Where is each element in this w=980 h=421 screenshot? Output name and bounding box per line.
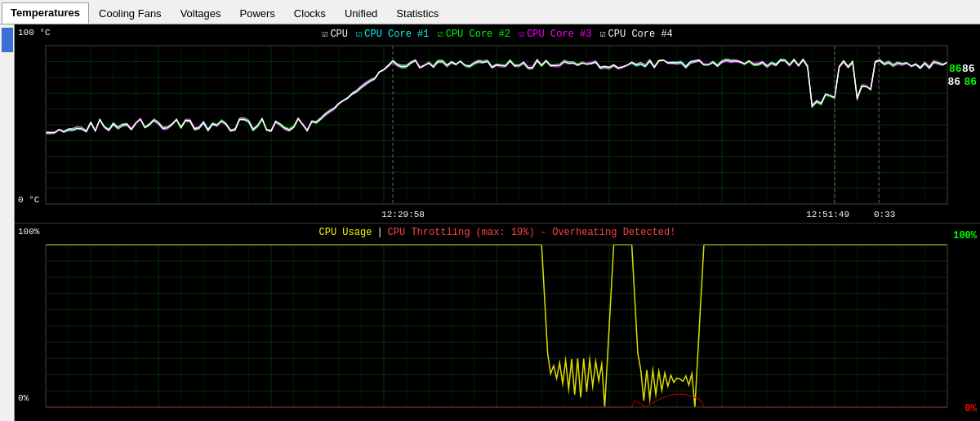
- temp-y-bottom: 0 °C: [18, 195, 39, 205]
- charts-area: ☑ CPU ☑ CPU Core #1 ☑ CPU Core #2 ☑ CPU …: [15, 24, 980, 421]
- usage-legend: CPU Usage | CPU Throttling (max: 19%) - …: [319, 227, 676, 238]
- temp-value-white: 86: [947, 76, 960, 88]
- legend-cpu-core3: ☑ CPU Core #3: [519, 28, 591, 40]
- legend-cpu-core2: ☑ CPU Core #2: [437, 28, 510, 40]
- temp-time1: 12:29:58: [381, 210, 425, 219]
- legend-cpu-core1: ☑ CPU Core #1: [356, 28, 429, 40]
- tab-statistics[interactable]: Statistics: [387, 2, 448, 24]
- temp-legend: ☑ CPU ☑ CPU Core #1 ☑ CPU Core #2 ☑ CPU …: [322, 28, 673, 40]
- tab-powers[interactable]: Powers: [231, 2, 284, 24]
- sidebar: [0, 24, 15, 421]
- sidebar-item: [2, 28, 13, 52]
- temp-y-top: 100 °C: [18, 28, 51, 38]
- tab-voltages[interactable]: Voltages: [172, 2, 230, 24]
- usage-y-top-right: 100%: [953, 230, 977, 242]
- tab-temperatures[interactable]: Temperatures: [2, 2, 89, 24]
- usage-y-bottom-right: 0%: [965, 403, 977, 414]
- temp-time3: 0:33: [874, 210, 895, 219]
- tab-unified[interactable]: Unified: [336, 2, 386, 24]
- legend-cpu-core4: ☑ CPU Core #4: [599, 28, 672, 40]
- usage-y-top: 100%: [18, 227, 39, 237]
- temp-chart: ☑ CPU ☑ CPU Core #1 ☑ CPU Core #2 ☑ CPU …: [15, 24, 980, 224]
- temp-value-green: 86: [964, 76, 977, 88]
- main-content: ☑ CPU ☑ CPU Core #1 ☑ CPU Core #2 ☑ CPU …: [0, 24, 980, 421]
- tab-cooling-fans[interactable]: Cooling Fans: [90, 2, 171, 24]
- legend-cpu: ☑ CPU: [322, 28, 348, 40]
- tab-bar: Temperatures Cooling Fans Voltages Power…: [0, 0, 980, 24]
- usage-chart: CPU Usage | CPU Throttling (max: 19%) - …: [15, 224, 980, 422]
- temp-time2: 12:51:49: [806, 210, 849, 219]
- usage-y-bottom: 0%: [18, 393, 29, 403]
- tab-clocks[interactable]: Clocks: [285, 2, 335, 24]
